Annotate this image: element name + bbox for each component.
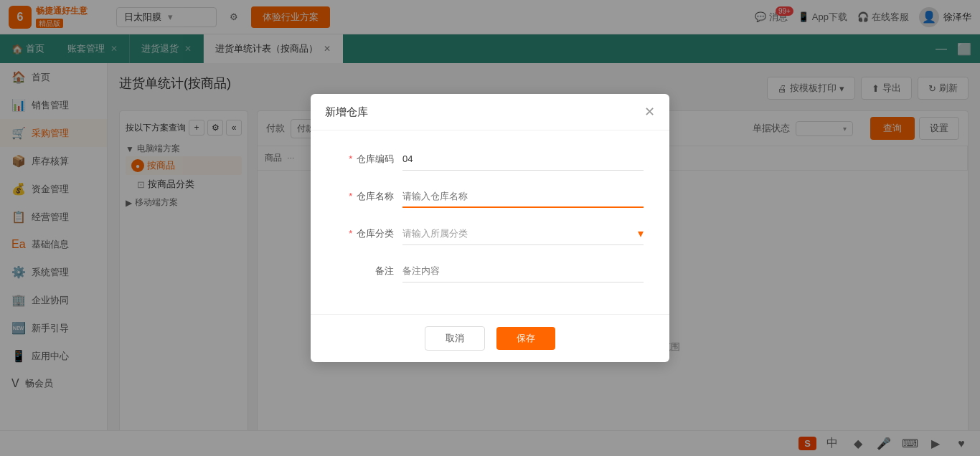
note-input[interactable] — [402, 260, 644, 282]
add-warehouse-modal: 新增仓库 ✕ * 仓库编码 * 仓库名称 — [311, 94, 669, 362]
modal-overlay: 新增仓库 ✕ * 仓库编码 * 仓库名称 — [0, 0, 980, 456]
form-row-note: * 备注 — [336, 260, 644, 282]
note-label: * 备注 — [336, 265, 394, 277]
form-row-category: * 仓库分类 请输入所属分类 ▾ — [336, 222, 644, 245]
modal-header: 新增仓库 ✕ — [311, 94, 669, 130]
modal-title: 新增仓库 — [325, 105, 368, 119]
category-placeholder: 请输入所属分类 — [402, 227, 468, 240]
modal-close-button[interactable]: ✕ — [644, 104, 655, 120]
save-button[interactable]: 保存 — [496, 327, 555, 350]
modal-body: * 仓库编码 * 仓库名称 * 仓库分类 请输入 — [311, 130, 669, 314]
name-label: * 仓库名称 — [336, 190, 394, 203]
required-icon: * — [349, 153, 352, 164]
cancel-button[interactable]: 取消 — [425, 326, 485, 351]
required-icon: * — [349, 228, 352, 239]
category-arrow-icon: ▾ — [638, 227, 644, 240]
code-input[interactable] — [402, 148, 644, 171]
form-row-code: * 仓库编码 — [336, 148, 644, 171]
required-icon: * — [349, 191, 352, 201]
category-select[interactable]: 请输入所属分类 ▾ — [402, 222, 644, 245]
code-label: * 仓库编码 — [336, 153, 394, 166]
name-input[interactable] — [402, 185, 644, 208]
category-label: * 仓库分类 — [336, 227, 394, 240]
modal-footer: 取消 保存 — [311, 314, 669, 362]
form-row-name: * 仓库名称 — [336, 185, 644, 208]
